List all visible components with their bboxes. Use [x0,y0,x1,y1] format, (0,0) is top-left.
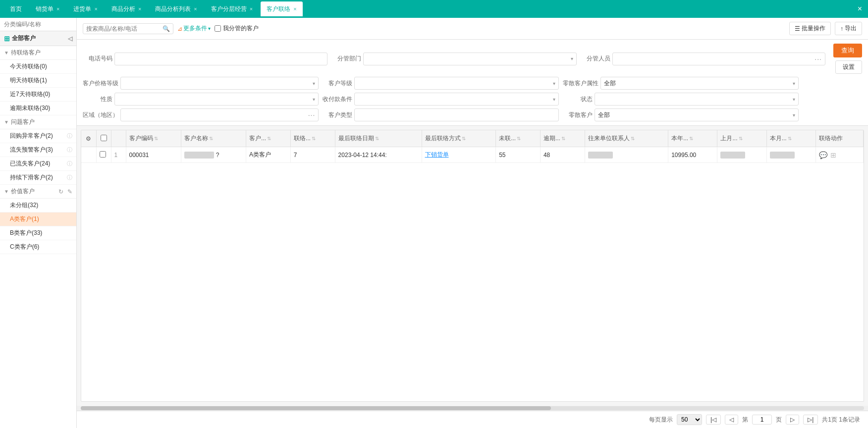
person-input[interactable]: ··· [612,53,825,65]
row-this-year-cell: 10995.00 [668,147,717,163]
my-customers-label: 我分管的客户 [223,24,259,33]
sidebar-item-churned[interactable]: 已流失客户(24) ⓘ [0,157,76,171]
sidebar-item-tomorrow[interactable]: 明天待联络(1) [0,74,76,88]
prev-page-button[interactable]: ◁ [725,415,738,425]
qr-icon[interactable]: ⊞ [830,151,836,159]
phone-input[interactable] [114,53,327,65]
payment-select[interactable]: ▾ [354,93,558,106]
section-value[interactable]: ▼ 价值客户 ↻ ✎ [0,185,76,199]
section-problem[interactable]: ▼ 问题客户 [0,115,76,129]
sort-last-month[interactable]: ⇅ [739,136,743,141]
sidebar-item-overdue[interactable]: 逾期未联络(30) [0,102,76,115]
scroll-thumb[interactable] [81,406,551,410]
page-input[interactable] [752,415,772,425]
export-button[interactable]: ↑ 导出 [835,22,862,35]
sort-this-month[interactable]: ⇅ [788,136,792,141]
my-customers-check[interactable] [215,25,221,32]
last-method-link[interactable]: 下销货单 [425,151,449,158]
section-value-refresh-icon[interactable]: ↻ [58,188,63,195]
region-input[interactable]: ··· [120,108,319,121]
settings-button[interactable]: 设置 [835,60,862,74]
sidebar-item-declining[interactable]: 持续下滑客户(2) ⓘ [0,171,76,185]
row-overdue-cell: 48 [540,147,585,163]
sort-not-contact[interactable]: ⇅ [517,136,521,141]
field-status: 状态 ▾ [563,93,799,106]
horizontal-scrollbar[interactable] [77,406,868,411]
customer-type-input[interactable] [354,108,558,121]
sort-this-year[interactable]: ⇅ [689,136,693,141]
nav-customer-contact[interactable]: 客户联络 × [261,1,302,16]
nature-select[interactable]: ▾ [114,93,319,106]
sort-company-contact[interactable]: ⇅ [631,136,635,141]
settings-icon[interactable]: ⚙ [86,135,91,142]
col-settings[interactable]: ⚙ [81,130,96,147]
price-level-select[interactable]: ▾ [120,77,319,90]
nav-home[interactable]: 首页 [4,1,28,16]
sidebar-item-today[interactable]: 今天待联络(0) [0,60,76,74]
section-value-edit-icon[interactable]: ✎ [67,188,72,195]
row-index-cell: 1 [111,147,126,163]
scattered-attr-select[interactable]: 全部▾ [600,77,799,90]
nav-sales[interactable]: 销货单 × [30,1,65,16]
sort-contact[interactable]: ⇅ [312,136,316,141]
status-select[interactable]: ▾ [595,93,799,106]
sidebar-item-b-class[interactable]: B类客户(33) [0,226,76,240]
sort-customer-level[interactable]: ⇅ [267,136,271,141]
nav-product-analysis-list[interactable]: 商品分析列表 × [149,1,203,16]
query-button[interactable]: 查询 [833,44,862,57]
sidebar-item-churn-warning[interactable]: 流失预警客户(3) ⓘ [0,143,76,157]
sort-customer-code[interactable]: ⇅ [154,136,158,141]
nav-purchase-close[interactable]: × [94,6,97,12]
nav-product-list-close[interactable]: × [194,6,197,12]
sort-last-contact-date[interactable]: ⇅ [375,136,379,141]
close-all-button[interactable]: × [856,2,864,15]
nav-segment-close[interactable]: × [250,6,253,12]
customer-type-label: 客户类型 [323,111,352,119]
query-settings-col: 查询 设置 [833,44,862,74]
search-input[interactable] [86,25,161,32]
sidebar-search-input[interactable] [4,21,77,28]
search-icon[interactable]: 🔍 [163,25,170,32]
customer-level-select[interactable]: ▾ [354,77,558,90]
last-page-button[interactable]: ▷| [803,415,818,425]
nav-sales-close[interactable]: × [56,6,59,12]
sidebar-item-7days[interactable]: 近7天待联络(0) [0,88,76,102]
sidebar-item-c-class[interactable]: C类客户(6) [0,240,76,254]
sidebar-item-a-class[interactable]: A类客户(1) [0,213,76,226]
my-customers-checkbox[interactable]: 我分管的客户 [215,24,259,33]
scroll-track [81,406,864,410]
data-table-container: ⚙ 客户编码 ⇅ [81,130,864,402]
nav-product-analysis[interactable]: 商品分析 × [106,1,147,16]
field-price-level: 客户价格等级 ▾ [83,77,319,90]
sidebar-collapse-icon[interactable]: ◁ [68,35,72,42]
nav-purchase[interactable]: 进货单 × [67,1,103,16]
page-label: 第 [742,416,748,424]
sort-overdue[interactable]: ⇅ [561,136,565,141]
search-container: 🔍 [83,23,173,34]
per-page-select[interactable]: 50 20 100 [677,414,702,425]
main-layout: 🔍 ⊞ 全部客户 ◁ ▼ 待联络客户 今天待联络(0) 明天待联络(1) 近7天… [0,18,868,428]
section-problem-label: 问题客户 [11,118,35,126]
overdue-label: 逾期未联络(30) [10,104,72,112]
chat-icon[interactable]: 💬 [819,151,827,159]
first-page-button[interactable]: |◁ [706,415,721,425]
sidebar-item-ungrouped[interactable]: 未分组(32) [0,199,76,213]
scattered-select[interactable]: 全部▾ [595,108,799,121]
field-payment: 收付款条件 ▾ [323,93,558,106]
batch-op-button[interactable]: ☰ 批量操作 [789,22,831,35]
adv-filter: 电话号码 分管部门 ▾ 分管人员 ··· 查询 设置 [77,40,868,126]
dept-select[interactable]: ▾ [363,53,576,65]
section-pending[interactable]: ▼ 待联络客户 [0,46,76,60]
row-checkbox[interactable] [100,151,106,158]
more-conditions-button[interactable]: ⊿ 更多条件 ▾ [177,24,211,33]
nav-contact-close[interactable]: × [293,6,296,12]
sort-last-contact-method[interactable]: ⇅ [462,136,466,141]
next-page-button[interactable]: ▷ [786,415,799,425]
select-all-checkbox[interactable] [101,135,107,141]
scattered-attr-label: 零散客户属性 [563,79,598,88]
sidebar-item-repurchase[interactable]: 回购异常客户(2) ⓘ [0,129,76,143]
nav-product-analysis-close[interactable]: × [138,6,141,12]
phone-label: 电话号码 [83,54,112,63]
sort-customer-name[interactable]: ⇅ [209,136,213,141]
nav-customer-segment[interactable]: 客户分层经营 × [205,1,259,16]
